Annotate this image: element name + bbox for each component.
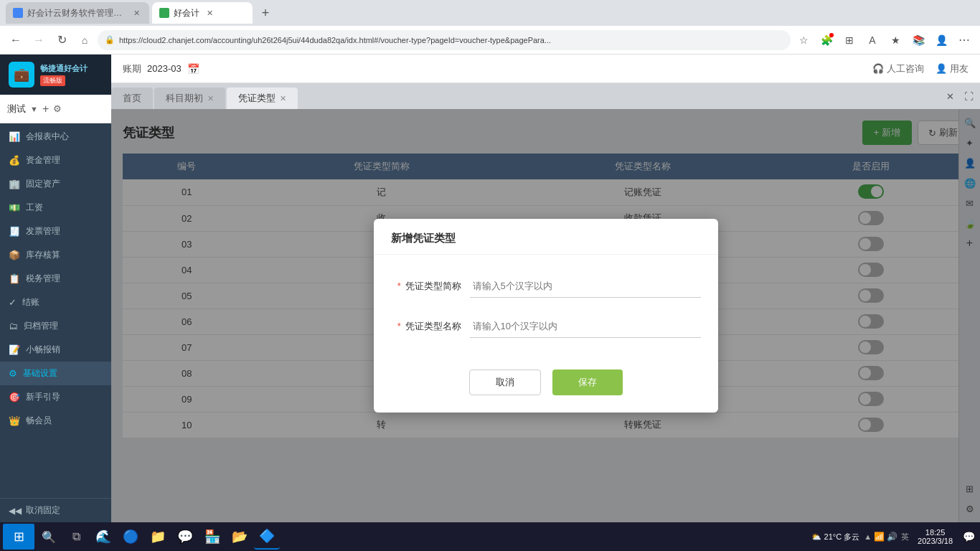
consult-btn[interactable]: 🎧 人工咨询 bbox=[872, 62, 924, 75]
period-value: 2023-03 bbox=[147, 63, 182, 74]
sidebar-item-guide[interactable]: 🎯 新手引导 bbox=[0, 385, 111, 409]
sidebar-item-member[interactable]: 👑 畅会员 bbox=[0, 409, 111, 433]
sidebar-item-assets[interactable]: 🏢 固定资产 bbox=[0, 172, 111, 196]
sidebar-item-salary[interactable]: 💵 工资 bbox=[0, 196, 111, 220]
clock[interactable]: 18:25 2023/3/18 bbox=[915, 528, 956, 545]
calendar-icon[interactable]: 📅 bbox=[187, 63, 199, 75]
tab-close-2[interactable]: ✕ bbox=[207, 9, 213, 18]
split-btn[interactable]: ⊞ bbox=[839, 30, 859, 50]
sidebar-item-capital[interactable]: 💰 资金管理 bbox=[0, 149, 111, 172]
tab-voucher-type[interactable]: 凭证类型 ✕ bbox=[227, 88, 298, 109]
tab-label-1: 好会计云财务软件管理系统_会计 bbox=[27, 7, 128, 19]
tab-voucher-close[interactable]: ✕ bbox=[280, 94, 286, 103]
wechat-taskbar-btn[interactable]: 💬 bbox=[172, 524, 198, 550]
new-tab-btn[interactable]: + bbox=[255, 3, 275, 23]
sidebar-item-settings[interactable]: ⚙ 基础设置 bbox=[0, 362, 111, 385]
sidebar-item-reports[interactable]: 📊 会报表中心 bbox=[0, 125, 111, 149]
tab-close-1[interactable]: ✕ bbox=[133, 9, 140, 18]
forward-btn[interactable]: → bbox=[29, 30, 49, 50]
sidebar-item-checkout[interactable]: ✓ 结账 bbox=[0, 291, 111, 314]
profile-btn[interactable]: 👤 bbox=[931, 30, 951, 50]
cancel-pin[interactable]: ◀◀ 取消固定 bbox=[0, 498, 111, 522]
user-label: 用友 bbox=[950, 62, 969, 75]
system-tray: ▲ 📶 🔊 英 bbox=[864, 532, 910, 542]
guide-icon: 🎯 bbox=[9, 392, 20, 402]
zoom-btn[interactable]: A bbox=[862, 30, 882, 50]
tray-up-icon[interactable]: ▲ bbox=[864, 532, 872, 541]
back-btn[interactable]: ← bbox=[6, 30, 26, 50]
tab-inactive[interactable]: 好会计云财务软件管理系统_会计 ✕ bbox=[6, 2, 149, 24]
sidebar-label-report2: 小畅报销 bbox=[26, 344, 60, 356]
appstore-icon: 🏪 bbox=[204, 529, 220, 545]
edge2-taskbar-btn[interactable]: 🔷 bbox=[254, 524, 280, 550]
home-btn[interactable]: ⌂ bbox=[75, 30, 95, 50]
content-wrapper: 凭证类型 + 新增 ↻ 刷新 编号 凭证类型简称 bbox=[111, 109, 980, 522]
cancel-btn[interactable]: 取消 bbox=[469, 369, 541, 395]
bookmark-star[interactable]: ☆ bbox=[793, 30, 814, 50]
tab-bar: 好会计云财务软件管理系统_会计 ✕ 好会计 ✕ + bbox=[0, 0, 980, 26]
assets-icon: 🏢 bbox=[9, 179, 20, 189]
time-display: 18:25 bbox=[918, 528, 953, 537]
address-bar[interactable]: 🔒 https://cloud2.chanjet.com/accounting/… bbox=[98, 30, 791, 50]
date-display: 2023/3/18 bbox=[918, 537, 953, 545]
favorites-btn[interactable]: ★ bbox=[885, 30, 905, 50]
notification-btn[interactable]: 💬 bbox=[960, 528, 977, 545]
edge2-icon: 🔷 bbox=[259, 528, 275, 544]
settings-icon[interactable]: ⚙ bbox=[53, 103, 62, 114]
add-workspace-btn[interactable]: + bbox=[42, 103, 49, 116]
tab-subject-close[interactable]: ✕ bbox=[207, 94, 214, 103]
sidebar-label-inventory: 库存核算 bbox=[26, 249, 60, 261]
archive-icon: 🗂 bbox=[9, 321, 18, 331]
wifi-icon[interactable]: 📶 bbox=[874, 532, 885, 542]
collections-btn[interactable]: 📚 bbox=[908, 30, 928, 50]
volume-icon[interactable]: 🔊 bbox=[887, 532, 897, 542]
required-star-2: * bbox=[397, 321, 401, 331]
search-taskbar-btn[interactable]: 🔍 bbox=[36, 524, 62, 550]
notification-icon: 💬 bbox=[963, 531, 975, 542]
tab-restore-btn[interactable]: ✕ bbox=[941, 88, 958, 105]
weather-icon: ⛅ bbox=[811, 532, 821, 542]
extensions-btn[interactable]: 🧩 bbox=[816, 30, 837, 50]
inventory-icon: 📦 bbox=[9, 250, 20, 260]
tab-maximize-btn[interactable]: ⛶ bbox=[960, 88, 977, 105]
reload-btn[interactable]: ↻ bbox=[52, 30, 72, 50]
tab-label-2: 好会计 bbox=[174, 7, 199, 19]
salary-icon: 💵 bbox=[9, 202, 20, 213]
language-indicator: 英 bbox=[900, 532, 910, 542]
sidebar-item-invoice[interactable]: 🧾 发票管理 bbox=[0, 220, 111, 243]
browser-chrome: 好会计云财务软件管理系统_会计 ✕ 好会计 ✕ + ← → ↻ ⌂ 🔒 http… bbox=[0, 0, 980, 55]
short-input[interactable] bbox=[470, 275, 701, 298]
address-text: https://cloud2.chanjet.com/accounting/uh… bbox=[119, 36, 783, 44]
name-input[interactable] bbox=[470, 315, 701, 338]
logo-badge: 流畅版 bbox=[40, 75, 65, 86]
dialog-header: 新增凭证类型 bbox=[374, 219, 718, 255]
dialog-title: 新增凭证类型 bbox=[391, 232, 456, 245]
files-taskbar-btn[interactable]: 📂 bbox=[227, 524, 253, 550]
user-btn[interactable]: 👤 用友 bbox=[936, 62, 969, 75]
report2-icon: 📝 bbox=[9, 344, 20, 355]
page-content: 凭证类型 + 新增 ↻ 刷新 编号 凭证类型简称 bbox=[111, 109, 980, 522]
tab-subject[interactable]: 科目期初 ✕ bbox=[154, 88, 225, 109]
workspace-dropdown-icon[interactable]: ▼ bbox=[30, 105, 38, 113]
sidebar-item-inventory[interactable]: 📦 库存核算 bbox=[0, 243, 111, 267]
tab-active[interactable]: 好会计 ✕ bbox=[152, 2, 253, 24]
edge-taskbar-btn[interactable]: 🌊 bbox=[90, 524, 116, 550]
appstore-taskbar-btn[interactable]: 🏪 bbox=[199, 524, 225, 550]
sidebar-label-checkout: 结账 bbox=[22, 296, 39, 309]
task-view-btn[interactable]: ⧉ bbox=[63, 524, 89, 550]
sidebar-label-guide: 新手引导 bbox=[26, 391, 60, 403]
sidebar-label-archive: 归档管理 bbox=[24, 320, 58, 332]
dialog-body: * 凭证类型简称 * 凭证类型名称 bbox=[374, 255, 718, 361]
sidebar-item-report2[interactable]: 📝 小畅报销 bbox=[0, 338, 111, 362]
explorer-taskbar-btn[interactable]: 📁 bbox=[145, 524, 171, 550]
sidebar-item-archive[interactable]: 🗂 归档管理 bbox=[0, 314, 111, 338]
start-btn[interactable]: ⊞ bbox=[3, 524, 34, 550]
chrome-taskbar-btn[interactable]: 🔵 bbox=[118, 524, 143, 550]
search-taskbar-icon: 🔍 bbox=[42, 530, 56, 544]
weather-widget: ⛅ 21°C 多云 bbox=[811, 532, 860, 542]
tab-home[interactable]: 首页 bbox=[111, 88, 153, 109]
sidebar-item-tax[interactable]: 📋 税务管理 bbox=[0, 267, 111, 291]
menu-btn[interactable]: ⋯ bbox=[954, 30, 974, 50]
user-icon: 👤 bbox=[936, 63, 947, 74]
save-btn[interactable]: 保存 bbox=[552, 369, 623, 395]
